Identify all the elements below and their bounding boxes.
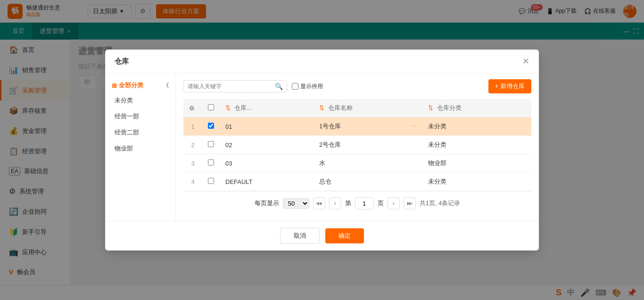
confirm-button[interactable]: 确定 [325,228,364,243]
row-code: DEFAULT [220,173,314,191]
modal-overlay: 仓库 ✕ ⊞ 全部分类 《 未分类 经营一部 经营二部 物业部 [0,0,644,300]
col-name: ⇅ 仓库名称 [314,99,422,117]
search-box: 🔍 [183,80,287,92]
show-disabled-checkbox[interactable] [292,83,298,90]
pagination: 每页显示 50 100 ⏮ ‹ 第 页 › ⏭ 共1页, 4条记录 [183,191,531,215]
per-page-label: 每页显示 [255,199,279,208]
category-sidebar: ⊞ 全部分类 《 未分类 经营一部 经营二部 物业部 [105,74,176,221]
sort-cat-icon: ⇅ [428,104,433,111]
warehouse-modal: 仓库 ✕ ⊞ 全部分类 《 未分类 经营一部 经营二部 物业部 [105,50,539,250]
search-icon: 🔍 [275,83,283,90]
col-code: ⇅ 仓库... [220,99,314,117]
row-code: 03 [220,154,314,173]
collapse-button[interactable]: 《 [163,82,169,90]
row-checkbox-cell [202,154,220,173]
row-num: 3 [183,154,202,173]
row-checkbox-cell [202,173,220,191]
col-settings: ⚙ [183,99,202,117]
row-checkbox[interactable] [208,123,214,129]
more-button[interactable]: ··· [412,122,417,129]
table-row[interactable]: 1 01 1号仓库 ··· 未分类 [183,117,531,136]
row-category: 未分类 [422,117,531,136]
table-row[interactable]: 3 03 水 物业部 [183,154,531,173]
warehouse-table: ⚙ ⇅ 仓库... ⇅ 仓库名称 [183,99,531,191]
sort-name-icon: ⇅ [319,104,324,111]
modal-header: 仓库 ✕ [105,50,539,74]
row-category: 未分类 [422,173,531,191]
modal-footer: 取消 确定 [105,221,539,250]
row-checkbox[interactable] [208,141,214,147]
row-num: 2 [183,136,202,154]
row-num: 4 [183,173,202,191]
modal-content-area: 🔍 显示停用 + 新增仓库 ⚙ [176,74,539,221]
sort-icon: ⇅ [225,104,231,111]
prev-page-button[interactable]: ‹ [329,197,341,209]
cat-header: ⊞ 全部分类 《 [105,78,175,92]
page-unit: 页 [378,199,384,208]
settings-col-icon: ⚙ [189,105,195,112]
next-page-button[interactable]: › [388,197,400,209]
search-input[interactable] [188,83,275,90]
modal-toolbar: 🔍 显示停用 + 新增仓库 [183,79,531,93]
row-name: 2号仓库 [314,136,422,154]
table-row[interactable]: 4 DEFAULT 总仓 未分类 [183,173,531,191]
modal-body: ⊞ 全部分类 《 未分类 经营一部 经营二部 物业部 🔍 [105,74,539,221]
cat-item-property[interactable]: 物业部 [105,141,175,157]
cat-item-unclassified[interactable]: 未分类 [105,92,175,108]
modal-title: 仓库 [115,57,129,66]
show-disabled-label[interactable]: 显示停用 [292,83,323,91]
per-page-select[interactable]: 50 100 [283,198,309,209]
row-name: 水 [314,154,422,173]
col-category: ⇅ 仓库分类 [422,99,531,117]
all-category-label[interactable]: 全部分类 [119,81,143,90]
row-code: 01 [220,117,314,136]
row-checkbox[interactable] [208,159,214,166]
last-page-button[interactable]: ⏭ [404,197,416,209]
first-page-button[interactable]: ⏮ [313,197,325,209]
row-num: 1 [183,117,202,136]
add-warehouse-button[interactable]: + 新增仓库 [488,79,531,93]
page-label: 第 [345,199,351,208]
row-code: 02 [220,136,314,154]
row-checkbox-cell [202,136,220,154]
row-name: 1号仓库 ··· [314,117,422,136]
page-input[interactable] [355,197,374,209]
modal-close-button[interactable]: ✕ [522,56,529,67]
cat-item-dept1[interactable]: 经营一部 [105,108,175,125]
row-category: 未分类 [422,136,531,154]
row-name: 总仓 [314,173,422,191]
table-row[interactable]: 2 02 2号仓库 未分类 [183,136,531,154]
cancel-button[interactable]: 取消 [280,228,320,244]
row-checkbox-cell [202,117,220,136]
table-header-row: ⚙ ⇅ 仓库... ⇅ 仓库名称 [183,99,531,117]
cat-item-dept2[interactable]: 经营二部 [105,125,175,141]
select-all-checkbox[interactable] [208,104,214,110]
grid-icon: ⊞ [112,82,117,89]
col-checkbox [202,99,220,117]
row-category: 物业部 [422,154,531,173]
total-info: 共1页, 4条记录 [420,199,461,208]
row-checkbox[interactable] [208,178,214,184]
